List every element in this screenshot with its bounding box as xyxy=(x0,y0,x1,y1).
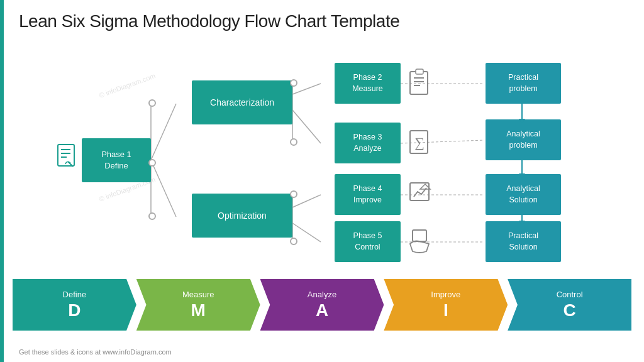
dmaic-control: Control C xyxy=(508,279,631,331)
phase4-box: Phase 4 Improve xyxy=(335,174,401,215)
sol1-label: Practical xyxy=(508,72,538,84)
svg-line-0 xyxy=(151,104,176,160)
dmaic-d-letter: D xyxy=(68,300,80,321)
svg-line-1 xyxy=(151,160,176,217)
optimization-label: Optimization xyxy=(218,211,267,221)
sol3-label: Analytical xyxy=(506,184,540,195)
phase5-box: Phase 5 Control xyxy=(335,221,401,262)
phase5-icon xyxy=(408,225,431,255)
page-title: Lean Six Sigma Methodology Flow Chart Te… xyxy=(19,11,399,31)
phase5-sublabel: Control xyxy=(355,242,380,253)
dmaic-c-letter: C xyxy=(563,300,575,321)
dmaic-improve: Improve I xyxy=(384,279,508,331)
circle-connector-7 xyxy=(290,238,297,245)
dmaic-a-label: Analyze xyxy=(308,290,336,299)
phase1-label: Phase 1 xyxy=(101,149,131,160)
dmaic-d-label: Define xyxy=(63,290,87,299)
circle-connector-6 xyxy=(290,190,297,198)
solution4-box: Practical Solution xyxy=(486,221,561,262)
phase4-sublabel: Improve xyxy=(353,195,382,206)
dmaic-bar: Define D Measure M Analyze A Improve I C… xyxy=(13,279,631,331)
sol4-sublabel: Solution xyxy=(509,242,537,253)
phase3-sublabel: Analyze xyxy=(353,143,381,155)
phase3-label: Phase 3 xyxy=(353,132,382,143)
phase2-label: Phase 2 xyxy=(353,72,382,84)
dmaic-i-letter: I xyxy=(443,300,448,321)
svg-line-4 xyxy=(292,110,321,143)
phase3-box: Phase 3 Analyze xyxy=(335,123,401,163)
left-accent xyxy=(0,0,4,362)
circle-connector-3 xyxy=(148,212,156,220)
sol2-label: Analytical xyxy=(506,129,540,140)
dmaic-i-label: Improve xyxy=(431,290,460,299)
dmaic-c-label: Control xyxy=(557,290,583,299)
solution3-box: Analytical Solution xyxy=(486,174,561,215)
sol2-sublabel: problem xyxy=(509,140,537,151)
characterization-label: Characterization xyxy=(210,97,274,107)
arrow-down-1 xyxy=(521,104,523,119)
optimization-box: Optimization xyxy=(192,194,292,238)
footer-text: Get these slides & icons at www.infoDiag… xyxy=(19,348,172,356)
circle-connector-5 xyxy=(290,138,297,146)
svg-rect-17 xyxy=(410,72,428,94)
phase3-icon: ∑ xyxy=(408,127,431,157)
dmaic-measure: Measure M xyxy=(136,279,260,331)
arrow-down-2 xyxy=(521,160,523,174)
phase4-label: Phase 4 xyxy=(353,184,382,195)
svg-line-6 xyxy=(292,195,321,207)
sol3-sublabel: Solution xyxy=(509,195,537,206)
circle-connector-1 xyxy=(148,99,156,107)
dmaic-m-letter: M xyxy=(191,300,206,321)
phase4-icon xyxy=(408,178,431,208)
circle-connector-2 xyxy=(148,159,156,167)
dmaic-analyze: Analyze A xyxy=(260,279,384,331)
phase2-sublabel: Measure xyxy=(352,84,383,95)
phase1-box: Phase 1 Define xyxy=(82,138,151,182)
svg-rect-21 xyxy=(416,69,423,74)
sol4-label: Practical xyxy=(508,231,538,242)
phase5-label: Phase 5 xyxy=(353,231,382,242)
phase1-sublabel: Define xyxy=(104,160,128,172)
phase2-box: Phase 2 Measure xyxy=(335,63,401,104)
solution2-box: Analytical problem xyxy=(486,119,561,160)
svg-text:∑: ∑ xyxy=(414,134,425,150)
document-icon xyxy=(57,143,79,176)
watermark-1: © infoDiagram.com xyxy=(98,72,157,99)
sol1-sublabel: problem xyxy=(509,84,537,95)
characterization-box: Characterization xyxy=(192,80,292,124)
dmaic-m-label: Measure xyxy=(182,290,214,299)
solution1-box: Practical problem xyxy=(486,63,561,104)
arrow-down-3 xyxy=(521,215,523,221)
dmaic-a-letter: A xyxy=(316,300,328,321)
svg-rect-26 xyxy=(413,230,426,241)
circle-connector-4 xyxy=(290,79,297,87)
dmaic-define: Define D xyxy=(13,279,136,331)
phase2-icon xyxy=(408,68,431,98)
